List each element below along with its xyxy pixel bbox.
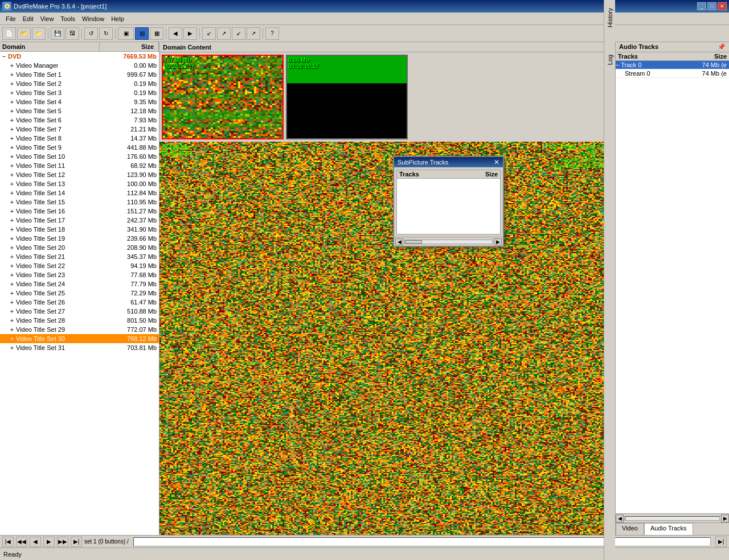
- tree-row[interactable]: + Video Title Set 16 151.27 Mb: [0, 207, 159, 216]
- tree-row[interactable]: + Video Title Set 12 123.90 Mb: [0, 170, 159, 179]
- dialog-scroll-track[interactable]: [404, 240, 493, 244]
- toolbar-new[interactable]: 📄: [2, 27, 16, 40]
- tree-row[interactable]: + Video Title Set 30 768.12 Mb: [0, 334, 159, 343]
- big-content-view[interactable]: 767.88 Mb 00:26:53.17 552.54 Mb <> 215.3…: [159, 142, 615, 535]
- tree-row[interactable]: + Video Title Set 14 112.84 Mb: [0, 188, 159, 197]
- expand-icon[interactable]: +: [8, 208, 16, 215]
- tree-row[interactable]: + Video Title Set 2 0.19 Mb: [0, 79, 159, 88]
- tree-row[interactable]: + Video Title Set 27 510.88 Mb: [0, 307, 159, 316]
- expand-icon[interactable]: +: [8, 135, 16, 142]
- history-tab[interactable]: History: [605, 6, 615, 30]
- tree-row[interactable]: + Video Title Set 11 68.92 Mb: [0, 161, 159, 170]
- thumbnail-0[interactable]: 767.88 Mb 00:26:53.17: [162, 55, 284, 139]
- toolbar-redo[interactable]: ↻: [99, 27, 113, 40]
- toolbar-help[interactable]: ?: [265, 27, 279, 40]
- expand-icon[interactable]: +: [8, 126, 16, 133]
- expand-icon[interactable]: −: [0, 53, 8, 60]
- expand-icon[interactable]: +: [8, 326, 16, 333]
- tree-row[interactable]: + Video Title Set 31 703.81 Mb: [0, 343, 159, 352]
- tree-row[interactable]: + Video Title Set 18 341.90 Mb: [0, 225, 159, 234]
- tree-row[interactable]: + Video Title Set 10 176.60 Mb: [0, 152, 159, 161]
- tab-audio-tracks[interactable]: Audio Tracks: [644, 523, 693, 535]
- toolbar-save2[interactable]: 🖫: [65, 27, 79, 40]
- maximize-button[interactable]: □: [707, 2, 716, 10]
- dialog-scrollbar[interactable]: ◀ ▶: [394, 237, 503, 246]
- nav-prev[interactable]: ◀: [30, 537, 41, 547]
- expand-icon[interactable]: +: [8, 199, 16, 205]
- tree-row[interactable]: + Video Title Set 19 239.66 Mb: [0, 234, 159, 243]
- tree-row[interactable]: + Video Title Set 7 21.21 Mb: [0, 125, 159, 134]
- expand-icon[interactable]: +: [8, 144, 16, 151]
- tree-row[interactable]: + Video Title Set 15 110.95 Mb: [0, 197, 159, 207]
- dialog-scroll-thumb[interactable]: [405, 240, 422, 244]
- expand-icon[interactable]: +: [8, 217, 16, 224]
- tree-row[interactable]: + Video Title Set 29 772.07 Mb: [0, 325, 159, 334]
- toolbar-btn12[interactable]: ↙: [232, 27, 245, 40]
- tree-row[interactable]: + Video Title Set 28 801.50 Mb: [0, 316, 159, 325]
- audio-track-row[interactable]: − Track 0 74 Mb (e: [616, 61, 729, 69]
- expand-icon[interactable]: +: [8, 117, 16, 123]
- expand-icon[interactable]: +: [8, 71, 16, 78]
- expand-icon[interactable]: +: [8, 344, 16, 351]
- audio-track-row[interactable]: Stream 0 74 Mb (e: [616, 69, 729, 78]
- toolbar-btn9[interactable]: ▶: [183, 27, 197, 40]
- toolbar-undo[interactable]: ↺: [84, 27, 98, 40]
- expand-icon[interactable]: +: [8, 262, 16, 269]
- toolbar-btn10[interactable]: ↙: [202, 27, 216, 40]
- dialog-close-button[interactable]: ✕: [494, 158, 499, 166]
- expand-icon[interactable]: +: [8, 253, 16, 260]
- expand-icon[interactable]: +: [8, 162, 16, 169]
- tree-row[interactable]: + Video Title Set 9 441.88 Mb: [0, 143, 159, 152]
- expand-icon[interactable]: +: [8, 281, 16, 287]
- expand-icon[interactable]: +: [8, 271, 16, 278]
- tree-row[interactable]: + Video Title Set 20 208.90 Mb: [0, 243, 159, 252]
- tree-row[interactable]: + Video Title Set 17 242.37 Mb: [0, 216, 159, 225]
- minimize-button[interactable]: _: [697, 2, 706, 10]
- audio-tracks-scroll[interactable]: Tracks Size − Track 0 74 Mb (e Stream 0 …: [616, 52, 729, 513]
- tree-row[interactable]: + Video Title Set 5 12.18 Mb: [0, 106, 159, 116]
- audio-tracks-bottom-scroll[interactable]: ◀ ▶: [616, 513, 729, 522]
- tree-row[interactable]: − DVD 7669.53 Mb: [0, 52, 159, 61]
- tree-row[interactable]: + Video Title Set 23 77.68 Mb: [0, 270, 159, 279]
- audio-tracks-pin[interactable]: 📌: [718, 43, 726, 51]
- dialog-scroll-left[interactable]: ◀: [395, 238, 403, 245]
- menu-file[interactable]: File: [2, 14, 19, 23]
- expand-icon[interactable]: +: [8, 190, 16, 196]
- tree-row[interactable]: + Video Title Set 1 999.67 Mb: [0, 70, 159, 79]
- expand-icon[interactable]: +: [8, 335, 16, 342]
- nav-last[interactable]: ▶|: [71, 537, 82, 547]
- expand-icon[interactable]: +: [8, 62, 16, 69]
- nav-end-btn[interactable]: ▶|: [715, 537, 727, 547]
- tree-row[interactable]: + Video Title Set 24 77.79 Mb: [0, 279, 159, 289]
- close-button[interactable]: ✕: [718, 2, 727, 10]
- menu-window[interactable]: Window: [79, 14, 108, 23]
- menu-help[interactable]: Help: [108, 14, 128, 23]
- tree-row[interactable]: + Video Title Set 26 61.47 Mb: [0, 298, 159, 307]
- toolbar-btn6[interactable]: ▤: [135, 27, 149, 40]
- tab-video[interactable]: Video: [616, 523, 644, 535]
- audio-scroll-right[interactable]: ▶: [721, 514, 729, 522]
- audio-scroll-left[interactable]: ◀: [616, 514, 624, 522]
- expand-icon[interactable]: +: [8, 98, 16, 105]
- tree-row[interactable]: + Video Title Set 4 9.35 Mb: [0, 97, 159, 106]
- nav-first[interactable]: |◀: [2, 537, 14, 547]
- menu-edit[interactable]: Edit: [19, 14, 37, 23]
- expand-icon[interactable]: +: [8, 244, 16, 251]
- expand-icon[interactable]: +: [8, 299, 16, 306]
- toolbar-save[interactable]: 💾: [51, 27, 64, 40]
- expand-icon[interactable]: +: [8, 290, 16, 297]
- expand-icon[interactable]: +: [8, 80, 16, 87]
- expand-icon[interactable]: +: [8, 153, 16, 160]
- tree-row[interactable]: + Video Title Set 8 14.37 Mb: [0, 134, 159, 143]
- toolbar-btn7[interactable]: ▦: [150, 27, 163, 40]
- expand-icon[interactable]: +: [8, 235, 16, 242]
- expand-icon[interactable]: +: [8, 89, 16, 96]
- tree-row[interactable]: + Video Title Set 25 72.29 Mb: [0, 289, 159, 298]
- expand-icon[interactable]: +: [8, 108, 16, 114]
- tree-row[interactable]: + Video Title Set 3 0.19 Mb: [0, 88, 159, 97]
- tree-row[interactable]: + Video Title Set 21 345.37 Mb: [0, 252, 159, 261]
- expand-icon[interactable]: +: [8, 171, 16, 178]
- tree-row[interactable]: + Video Title Set 6 7.93 Mb: [0, 116, 159, 125]
- nav-next-next[interactable]: ▶▶: [57, 537, 68, 547]
- menu-view[interactable]: View: [37, 14, 58, 23]
